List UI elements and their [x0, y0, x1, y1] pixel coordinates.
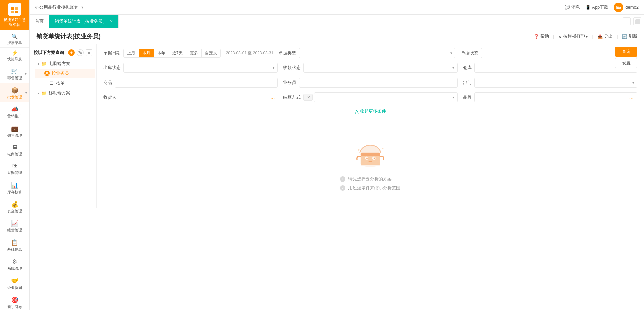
sidebar-item-inventory[interactable]: 📊 库存核算: [0, 178, 29, 197]
tab-maximize-btn[interactable]: ⬜: [633, 17, 641, 25]
empty-tip-2: 2 用过滤条件来缩小分析范围: [340, 185, 400, 191]
export-btn[interactable]: 📤 导出: [597, 33, 613, 39]
ecommerce-icon: 🖥: [12, 144, 18, 151]
settle-tag-close-icon[interactable]: ✕: [307, 95, 310, 100]
sidebar: 畅捷通好生意 标准版 🔍 搜索菜单 ⚡ 快捷导航 🛒 零售管理 ▸ 📦 批发管理…: [0, 0, 30, 310]
filter-consignee: 收货人 …: [103, 92, 278, 102]
tab-controls: — ⬜: [620, 17, 644, 25]
maximize-icon: ⬜: [635, 19, 640, 24]
ecommerce-label: 电商管理: [7, 152, 22, 157]
filter-row-2: 出库状态 ▾ 收款状态: [103, 63, 637, 73]
doc-type-select[interactable]: ▾: [299, 48, 455, 58]
payment-status-select[interactable]: ▾: [303, 63, 458, 73]
divider-1: |: [553, 34, 554, 39]
action-btns: 查询 设置: [615, 44, 637, 68]
help-btn[interactable]: ❓ 帮助: [534, 33, 549, 39]
tab-sales-stat[interactable]: 销货单统计表（按业务员） ✕: [49, 15, 119, 28]
settings-btn[interactable]: 设置: [615, 58, 637, 68]
tip-1-text: 请先选择要分析的方案: [348, 176, 392, 182]
out-status-select[interactable]: ▾: [123, 63, 278, 73]
date-btn-custom[interactable]: 自定义: [202, 49, 220, 57]
tab-close-icon[interactable]: ✕: [110, 19, 113, 24]
inventory-label: 库存核算: [7, 190, 22, 195]
filter-payment-status: 收款状态 ▾: [283, 63, 458, 73]
filter-salesperson: 业务员 …: [283, 78, 458, 88]
base-icon: 📋: [11, 239, 18, 246]
doc-type-arrow-icon: ▾: [450, 51, 452, 55]
sidebar-item-base[interactable]: 📋 基础信息: [0, 236, 29, 255]
tab-minimize-btn[interactable]: —: [623, 17, 631, 25]
payment-status-control: ▾: [303, 63, 458, 73]
settle-select[interactable]: ▾: [314, 92, 458, 102]
query-btn[interactable]: 查询: [615, 47, 637, 57]
refresh-btn[interactable]: 🔄 刷新: [622, 33, 637, 39]
consignee-input[interactable]: …: [119, 92, 278, 102]
purchase-label: 采购管理: [7, 170, 22, 175]
doc-type-label: 单据类型: [279, 50, 296, 56]
retail-label: 零售管理: [7, 75, 22, 81]
shortcut-label: 快捷导航: [7, 57, 22, 62]
goods-select[interactable]: …: [115, 78, 278, 88]
sidebar-item-sales[interactable]: 💼 销售管理: [0, 121, 29, 141]
tree-desktop[interactable]: ▾ 📁 电脑端方案: [35, 59, 95, 68]
sidebar-search[interactable]: 🔍 搜索菜单: [0, 30, 29, 48]
panel-collapse-btn[interactable]: «: [86, 49, 92, 56]
breadcrumb-dropdown-icon[interactable]: ▾: [81, 5, 83, 10]
export-label: 导出: [604, 33, 613, 39]
date-btn-more[interactable]: 更多: [186, 49, 202, 57]
sales-label: 销售管理: [7, 133, 22, 138]
salesperson-control: …: [299, 78, 458, 88]
print-btn[interactable]: 🖨 按模板打印 ▾: [558, 33, 588, 39]
date-btn-this-month[interactable]: 本月: [139, 49, 154, 57]
tree-section: ▾ 📁 电脑端方案 按业务员 ☰ 按单: [30, 59, 96, 98]
sidebar-item-retail[interactable]: 🛒 零售管理 ▸: [0, 64, 29, 83]
date-btn-this-year[interactable]: 本年: [154, 49, 169, 57]
base-label: 基础信息: [7, 247, 22, 252]
logo-area[interactable]: 畅捷通好生意 标准版: [0, 0, 29, 30]
empty-tips: 1 请先选择要分析的方案 2 用过滤条件来缩小分析范围: [340, 176, 400, 191]
filter-warehouse: 仓库 …: [463, 63, 637, 73]
tree-mobile[interactable]: ▸ 📁 移动端方案: [35, 88, 95, 98]
sidebar-item-wholesale[interactable]: 📦 批发管理 ▾: [0, 83, 29, 102]
tab-home[interactable]: 首页: [30, 15, 49, 28]
user-profile-btn[interactable]: Ea demo2: [614, 3, 639, 12]
svg-point-11: [374, 157, 375, 159]
help-label: 帮助: [540, 33, 549, 39]
tree-by-order[interactable]: ☰ 按单: [35, 79, 95, 88]
sidebar-item-marketing[interactable]: 📣 营销推广: [0, 102, 29, 121]
sidebar-item-operation[interactable]: 📈 经营管理: [0, 216, 29, 236]
sidebar-item-ecommerce[interactable]: 🖥 电商管理: [0, 141, 29, 159]
warehouse-label: 仓库: [463, 65, 472, 71]
goods-dots-icon: …: [269, 80, 275, 85]
tree-salesperson-icon: [44, 71, 50, 76]
sidebar-item-system[interactable]: ⚙ 系统管理: [0, 255, 29, 274]
collapse-btn[interactable]: ⋀ 收起更多条件: [351, 107, 390, 116]
panel-add-btn[interactable]: +: [68, 49, 75, 56]
salesperson-select[interactable]: …: [299, 78, 458, 88]
goods-label: 商品: [103, 80, 112, 86]
message-btn[interactable]: 💬 消息: [565, 4, 580, 10]
left-panel: 按以下方案查询 + ✎ « ▾ 📁 电脑端方案: [30, 44, 97, 208]
brand-select[interactable]: …: [474, 92, 637, 102]
tree-desktop-folder-icon: 📁: [41, 61, 47, 66]
sidebar-shortcut[interactable]: ⚡ 快捷导航: [0, 48, 29, 64]
brand-control: …: [474, 92, 637, 102]
date-btn-7days[interactable]: 近7天: [169, 49, 186, 57]
app-download-btn[interactable]: 📱 App下载: [585, 4, 608, 10]
sidebar-item-purchase[interactable]: 🛍 采购管理: [0, 159, 29, 178]
warehouse-select[interactable]: …: [474, 63, 637, 73]
sidebar-item-enterprise[interactable]: 🤝 企业协同: [0, 274, 29, 293]
filter-row-3: 商品 … 业务员: [103, 78, 637, 88]
sidebar-item-guide[interactable]: 🎯 新手引导: [0, 293, 29, 310]
dept-select[interactable]: ▾: [474, 78, 637, 88]
panel-edit-btn[interactable]: ✎: [77, 49, 84, 56]
tip-2-text: 用过滤条件来缩小分析范围: [348, 185, 400, 191]
doc-status-select[interactable]: ▾: [481, 48, 637, 58]
tree-salesperson[interactable]: 按业务员: [35, 69, 95, 78]
date-btn-last-month[interactable]: 上月: [124, 49, 139, 57]
sidebar-item-finance[interactable]: 💰 资金管理: [0, 197, 29, 216]
logo-text: 畅捷通好生意 标准版: [1, 17, 28, 27]
filter-doc-status: 单据状态 ▾: [461, 48, 637, 58]
settle-arrow-icon: ▾: [452, 95, 454, 100]
tip-1-num: 1: [340, 176, 345, 182]
